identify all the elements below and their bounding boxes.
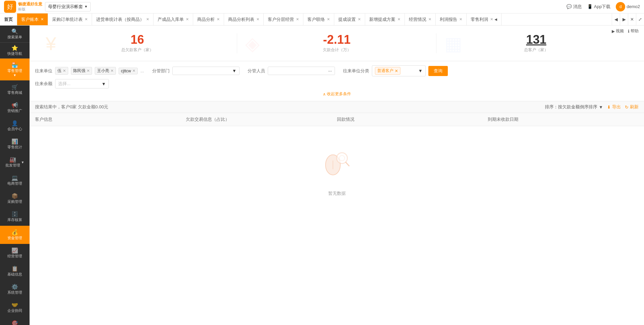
filter-dept-label: 分管部门 <box>152 68 170 74</box>
sidebar-item-retail-mall[interactable]: 🛒 零售商城 <box>0 80 30 99</box>
query-button[interactable]: 查询 <box>428 66 448 76</box>
tab-close-icon[interactable]: ✕ <box>41 17 44 22</box>
tab-close-icon[interactable]: ✕ <box>85 17 88 22</box>
store-selector[interactable]: 母婴行业演示帐套 ▼ <box>45 2 91 11</box>
sidebar-item-retail-stats[interactable]: 📊 零售统计 <box>0 135 30 153</box>
tab-customer-contact[interactable]: 客户联络 ✕ <box>303 13 334 26</box>
filter-tag-close-wang[interactable]: ✕ <box>111 69 114 73</box>
sidebar-item-ecommerce[interactable]: 💻 电商管理 <box>0 171 30 189</box>
tab-customer-ledger[interactable]: 客户账本 ✕ <box>17 13 48 26</box>
stat-value-debt: -2.11 <box>323 34 350 46</box>
search-icon: 🔍 <box>3 28 27 35</box>
filter-unit-class-select[interactable]: 普通客户 ✕ ▼ <box>372 65 426 76</box>
logo-text: 畅捷通好生意 标版 <box>18 2 42 12</box>
member-icon: 👤 <box>1 120 28 127</box>
sidebar-item-search[interactable]: 🔍 搜索菜单 <box>0 26 30 43</box>
sidebar-item-wholesale[interactable]: 🏭 批发管理 ▼ <box>0 153 30 171</box>
filter-tag-close-wu[interactable]: ✕ <box>63 69 66 73</box>
nav-close-all-button[interactable]: ✕ <box>628 13 636 26</box>
tab-purchase-stats-by-goods[interactable]: 进货单统计表（按商品） ✕ <box>92 13 154 26</box>
sidebar-item-member[interactable]: 👤 会员中心 <box>0 117 30 135</box>
tab-close-icon[interactable]: ✕ <box>358 17 361 22</box>
tab-retail-profit[interactable]: 零售利润 ✕ ◀ <box>467 13 502 26</box>
chevron-down-icon: ▼ <box>84 5 88 8</box>
refresh-icon: ↻ <box>625 105 629 110</box>
top-bar-left: 好 畅捷通好生意 标版 母婴行业演示帐套 ▼ <box>4 1 91 13</box>
tab-home[interactable]: 首页 <box>0 13 17 26</box>
filter-more-units[interactable]: ... <box>140 68 144 73</box>
stat-label-debtors: 总欠款客户（家） <box>121 47 154 53</box>
filter-remainder-select[interactable]: 选择... ▼ <box>55 79 109 88</box>
sidebar-item-basic-info[interactable]: 📋 基础信息 <box>0 262 30 280</box>
main-layout: 🔍 搜索菜单 ⭐ 快捷导航 🏪 零售管理 ▼ 🛒 零售商城 📢 营销推广 👤 会… <box>0 26 644 325</box>
sort-select[interactable]: 排序：按欠款金额倒序排序 ▼ <box>545 104 603 110</box>
col-due-date: 到期未收款日期 <box>488 116 639 122</box>
app-download-button[interactable]: 📱 App下载 <box>587 4 610 10</box>
tab-close-icon[interactable]: ✕ <box>428 17 431 22</box>
collapse-button[interactable]: ∧ 收起更多条件 <box>323 91 351 97</box>
chevron-down-icon: ▼ <box>1 73 28 77</box>
tab-close-icon[interactable]: ✕ <box>459 17 462 22</box>
tab-customer-tiering[interactable]: 客户分层经营 ✕ <box>264 13 303 26</box>
nav-prev-button[interactable]: ◀ <box>612 13 620 26</box>
tab-close-icon[interactable]: ✕ <box>327 17 330 22</box>
filter-tag-close-chen[interactable]: ✕ <box>87 69 90 73</box>
message-icon: 💬 <box>566 4 572 9</box>
basic-icon: 📋 <box>1 265 28 272</box>
stat-label-customers: 总客户（家） <box>524 47 548 53</box>
sidebar-item-finance[interactable]: 💰 资金管理 <box>0 226 30 244</box>
tab-close-icon[interactable]: ✕ <box>490 17 493 22</box>
tab-add-commission[interactable]: 新增提成方案 ✕ <box>365 13 405 26</box>
filter-tag-close-unit-class[interactable]: ✕ <box>395 69 398 73</box>
nav-next-button[interactable]: ▶ <box>620 13 628 26</box>
stat-value-debtors: 16 <box>131 34 144 46</box>
user-menu[interactable]: d demo2 <box>616 2 640 11</box>
tab-profit-report[interactable]: 利润报告 ✕ <box>436 13 467 26</box>
tab-close-icon[interactable]: ✕ <box>397 17 400 22</box>
tab-close-icon[interactable]: ✕ <box>217 17 220 22</box>
tab-close-icon[interactable]: ✕ <box>146 17 149 22</box>
refresh-button[interactable]: ↻ 刷新 <box>625 104 639 110</box>
sidebar-item-retail-mgmt[interactable]: 🏪 零售管理 ▼ <box>0 59 30 80</box>
sidebar-item-system[interactable]: ⚙️ 系统管理 <box>0 280 30 298</box>
tab-purchase-order-stats[interactable]: 采购订单统计表 ✕ <box>48 13 92 26</box>
tab-close-icon[interactable]: ✕ <box>256 17 259 22</box>
nav-expand-button[interactable]: ⤢ <box>636 13 644 26</box>
collapse-row: ∧ 收起更多条件 <box>35 91 639 97</box>
filter-remainder-label: 往来余额 <box>35 81 52 87</box>
tab-goods-analysis[interactable]: 商品分析 ✕ <box>193 13 224 26</box>
tab-close-icon[interactable]: ✕ <box>296 17 299 22</box>
chevron-down-icon: ▼ <box>418 68 423 73</box>
filter-person-select[interactable]: ··· <box>268 67 335 75</box>
stats-icon: 📊 <box>1 138 28 145</box>
sidebar-item-operations[interactable]: 📈 经营管理 <box>0 244 30 262</box>
filter-dept-select[interactable]: ▼ <box>172 67 240 75</box>
enterprise-icon: 🤝 <box>1 302 28 308</box>
tab-close-icon[interactable]: ✕ <box>186 17 189 22</box>
sidebar-item-new-guide[interactable]: 🎯 新手引导 <box>0 317 30 325</box>
export-icon: ⬇ <box>607 105 611 110</box>
download-icon: 📱 <box>587 4 593 9</box>
sidebar-item-purchase[interactable]: 📦 采购管理 <box>0 189 30 208</box>
filter-person-label: 分管人员 <box>248 68 265 74</box>
message-button[interactable]: 💬 消息 <box>566 4 582 10</box>
tab-commission-settings[interactable]: 提成设置 ✕ <box>334 13 365 26</box>
tab-finished-goods[interactable]: 产成品入库单 ✕ <box>154 13 193 26</box>
sidebar-item-inventory[interactable]: 🗄️ 库存核算 <box>0 208 30 226</box>
sidebar-item-quick-nav[interactable]: ⭐ 快捷导航 <box>0 43 30 59</box>
stat-block-customers: ▦ 131 总客户（家） <box>436 31 636 56</box>
filter-tag-close-cj[interactable]: ✕ <box>132 69 135 73</box>
tab-operations[interactable]: 经营情况 ✕ <box>405 13 436 26</box>
stat-block-debt: ◈ -2.11 欠款合计（万） <box>237 31 437 56</box>
filter-tag-unit-chen: 陈民强 ✕ <box>71 67 92 75</box>
export-button[interactable]: ⬇ 导出 <box>607 104 621 110</box>
sidebar: 🔍 搜索菜单 ⭐ 快捷导航 🏪 零售管理 ▼ 🛒 零售商城 📢 营销推广 👤 会… <box>0 26 30 325</box>
chevron-down-icon: ▼ <box>232 68 237 73</box>
chevron-down-icon: ▼ <box>599 105 603 110</box>
sidebar-item-enterprise[interactable]: 🤝 企业协同 <box>0 298 30 317</box>
sidebar-item-marketing[interactable]: 📢 营销推广 <box>0 99 30 117</box>
nav-arrows: ◀ ▶ ✕ ⤢ <box>612 13 644 26</box>
chevron-down-icon: ▼ <box>101 81 106 86</box>
col-customer-info: 客户信息 <box>35 116 186 122</box>
tab-goods-analysis-list[interactable]: 商品分析列表 ✕ <box>224 13 264 26</box>
